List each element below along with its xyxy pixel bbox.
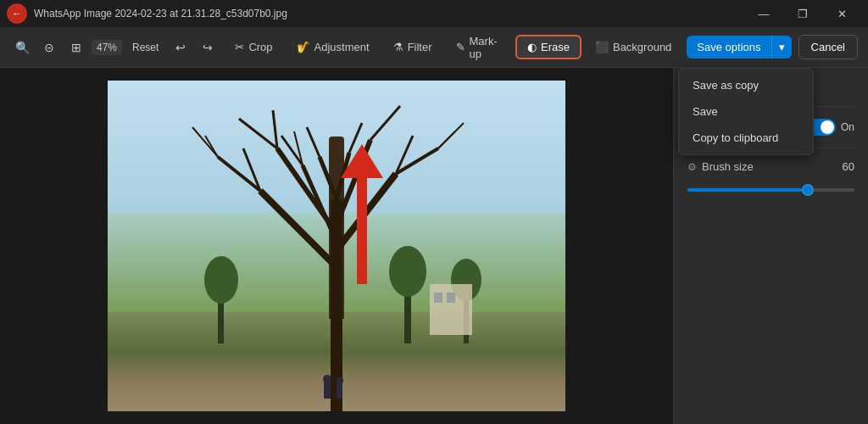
reset-button[interactable]: Reset: [125, 39, 165, 56]
toolbar-center: ✂ Crop 🎷 Adjustment ⚗ Filter ✎ Mark-up ◐…: [225, 31, 682, 64]
redo-button[interactable]: ↪: [196, 36, 220, 59]
adjustment-tool-button[interactable]: 🎷 Adjustment: [287, 36, 380, 58]
svg-line-20: [349, 123, 362, 153]
svg-line-1: [260, 191, 337, 267]
gear-icon: ⚙: [687, 161, 697, 173]
erase-icon: ◐: [527, 41, 537, 53]
maximize-button[interactable]: ❐: [783, 0, 822, 27]
svg-point-28: [204, 256, 238, 304]
svg-line-2: [337, 174, 396, 250]
toolbar-left: 🔍 ⊝ ⊞ 47% Reset ↩ ↪: [10, 36, 220, 59]
photo-display: [108, 81, 565, 411]
slider-fill: [687, 188, 808, 192]
erase-tool-button[interactable]: ◐ Erase: [515, 35, 581, 59]
svg-line-8: [239, 119, 277, 148]
title-bar-left: ← WhatsApp Image 2024-02-23 at 21.31.28_…: [7, 3, 287, 24]
dropdown-menu: Save as copy Save Copy to clipboard: [678, 68, 814, 155]
erase-label: Erase: [541, 41, 570, 53]
crop-icon: ✂: [235, 41, 244, 53]
toggle-knob: [821, 120, 834, 134]
toolbar-right: Save options ▾ Cancel: [687, 35, 858, 59]
toolbar: 🔍 ⊝ ⊞ 47% Reset ↩ ↪ ✂ Crop 🎷 Adjustment …: [0, 27, 868, 68]
svg-rect-30: [434, 293, 442, 303]
svg-rect-32: [324, 382, 331, 399]
zoom-reset-button[interactable]: ⊝: [37, 36, 61, 59]
svg-line-10: [192, 127, 218, 157]
save-options-dropdown-button[interactable]: ▾: [771, 36, 792, 59]
window-controls: — ❐ ✕: [744, 0, 861, 27]
cancel-button[interactable]: Cancel: [798, 35, 858, 59]
svg-rect-31: [447, 293, 455, 303]
copy-to-clipboard-item[interactable]: Copy to clipboard: [679, 125, 813, 151]
photo-container: [108, 81, 565, 411]
svg-line-19: [307, 127, 320, 157]
svg-line-16: [438, 131, 455, 148]
window-title: WhatsApp Image 2024-02-23 at 21.31.28_c5…: [34, 8, 287, 20]
brush-size-slider[interactable]: [687, 188, 854, 192]
markup-tool-button[interactable]: ✎ Mark-up: [446, 31, 512, 64]
zoom-out-button[interactable]: 🔍: [10, 36, 34, 59]
filter-label: Filter: [408, 41, 432, 53]
svg-line-14: [370, 106, 400, 140]
markup-label: Mark-up: [470, 35, 502, 60]
svg-line-11: [205, 136, 218, 157]
slider-thumb[interactable]: [802, 184, 814, 196]
svg-rect-29: [430, 284, 472, 335]
brush-size-value: 60: [843, 160, 854, 173]
background-icon: ⬛: [595, 41, 609, 53]
background-tool-button[interactable]: ⬛ Background: [585, 36, 682, 58]
svg-point-33: [323, 375, 331, 383]
svg-rect-34: [337, 383, 342, 399]
close-button[interactable]: ✕: [822, 0, 861, 27]
brush-size-text: Brush size: [702, 160, 754, 173]
background-label: Background: [613, 41, 671, 53]
adjustment-icon: 🎷: [297, 41, 310, 53]
title-bar: ← WhatsApp Image 2024-02-23 at 21.31.28_…: [0, 0, 868, 27]
crop-label: Crop: [248, 41, 272, 53]
svg-point-24: [389, 246, 426, 297]
zoom-value[interactable]: 47%: [92, 40, 122, 55]
save-item[interactable]: Save: [679, 98, 813, 125]
save-as-copy-item[interactable]: Save as copy: [679, 72, 813, 98]
svg-point-35: [337, 377, 343, 384]
save-options-group: Save options ▾: [687, 36, 791, 59]
zoom-fit-button[interactable]: ⊞: [64, 36, 88, 59]
crop-tool-button[interactable]: ✂ Crop: [225, 36, 282, 58]
save-options-button[interactable]: Save options: [687, 36, 771, 59]
back-button[interactable]: ←: [7, 3, 27, 24]
adjustment-label: Adjustment: [314, 41, 370, 53]
brush-size-row: ⚙ Brush size 60: [687, 160, 854, 173]
filter-tool-button[interactable]: ⚗ Filter: [383, 36, 442, 58]
auto-erase-state: On: [841, 121, 854, 133]
minimize-button[interactable]: —: [744, 0, 783, 27]
image-area[interactable]: [0, 68, 673, 424]
brush-size-label: ⚙ Brush size: [687, 160, 754, 173]
markup-icon: ✎: [456, 41, 465, 53]
tree-branches-svg: [108, 81, 565, 411]
svg-line-9: [273, 110, 277, 148]
undo-button[interactable]: ↩: [169, 36, 192, 59]
svg-line-17: [320, 157, 337, 199]
filter-icon: ⚗: [393, 41, 403, 53]
